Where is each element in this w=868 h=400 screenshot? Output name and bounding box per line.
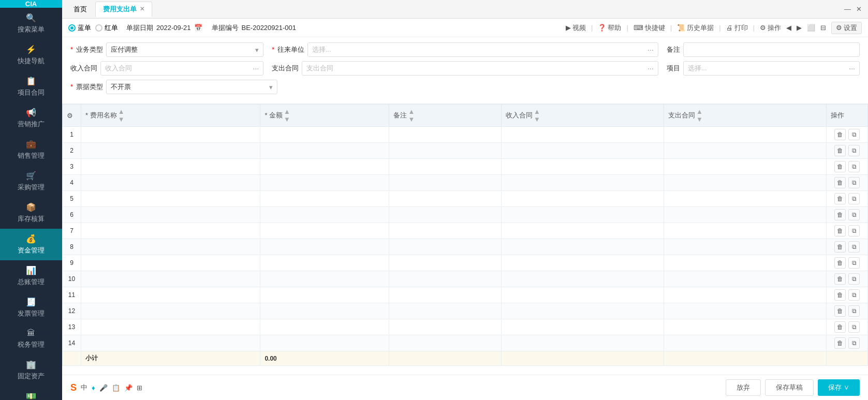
cell-expense-name[interactable]: [81, 239, 260, 255]
radio-red[interactable]: 红单: [95, 23, 118, 33]
copy-row-button[interactable]: ⧉: [848, 337, 860, 349]
settings-button[interactable]: ⚙ 设置: [831, 22, 862, 34]
footer-icon-3[interactable]: 🎤: [99, 384, 108, 392]
sidebar-item-search[interactable]: 🔍 搜索菜单: [0, 8, 62, 39]
cell-amount[interactable]: [260, 255, 389, 271]
cell-expense-contract[interactable]: [664, 287, 827, 303]
cell-expense-name[interactable]: [81, 271, 260, 287]
cell-remark[interactable]: [389, 127, 502, 143]
cell-expense-contract[interactable]: [664, 239, 827, 255]
tab-expense[interactable]: 费用支出单 ✕: [95, 2, 152, 17]
tab-home[interactable]: 首页: [66, 2, 94, 17]
cell-expense-contract[interactable]: [664, 223, 827, 239]
cell-amount[interactable]: [260, 207, 389, 223]
operations-button[interactable]: ⚙ 操作: [760, 23, 781, 33]
sort-arrows-expense[interactable]: ▲▼: [118, 108, 125, 123]
cell-remark[interactable]: [389, 271, 502, 287]
copy-row-button[interactable]: ⧉: [848, 321, 860, 333]
cell-income-contract[interactable]: [502, 287, 664, 303]
cell-remark[interactable]: [389, 159, 502, 175]
sort-arrows-remark[interactable]: ▲▼: [408, 108, 415, 123]
cell-remark[interactable]: [389, 255, 502, 271]
save-draft-button[interactable]: 保存草稿: [765, 379, 814, 396]
window-close-icon[interactable]: ✕: [854, 5, 864, 13]
cell-expense-contract[interactable]: [664, 271, 827, 287]
cell-income-contract[interactable]: [502, 319, 664, 335]
cell-expense-name[interactable]: [81, 159, 260, 175]
sidebar-item-purchase[interactable]: 🛒 采购管理: [0, 166, 62, 197]
cell-income-contract[interactable]: [502, 255, 664, 271]
invoice-type-select[interactable]: 不开票 ▾: [106, 80, 277, 94]
delete-row-button[interactable]: 🗑: [834, 129, 846, 140]
copy-row-button[interactable]: ⧉: [848, 209, 860, 220]
cell-income-contract[interactable]: [502, 303, 664, 319]
history-button[interactable]: 📜 历史单据: [677, 23, 714, 33]
income-contract-input[interactable]: 收入合同 ···: [100, 61, 263, 76]
copy-row-button[interactable]: ⧉: [848, 289, 860, 301]
sidebar-item-finance[interactable]: 💰 资金管理: [0, 229, 62, 260]
nav-left-button[interactable]: ◀: [786, 24, 791, 32]
copy-row-button[interactable]: ⧉: [848, 129, 860, 140]
copy-row-button[interactable]: ⧉: [848, 273, 860, 285]
footer-icon-5[interactable]: 📌: [124, 384, 133, 392]
delete-row-button[interactable]: 🗑: [834, 337, 846, 349]
expense-contract-input[interactable]: 支出合同 ···: [302, 61, 658, 76]
cell-expense-contract[interactable]: [664, 143, 827, 159]
cell-expense-contract[interactable]: [664, 303, 827, 319]
cell-remark[interactable]: [389, 303, 502, 319]
sidebar-item-invoice[interactable]: 🧾 发票管理: [0, 292, 62, 323]
cell-expense-name[interactable]: [81, 335, 260, 351]
copy-row-button[interactable]: ⧉: [848, 305, 860, 317]
remark-input[interactable]: [683, 42, 860, 57]
cell-amount[interactable]: [260, 223, 389, 239]
help-button[interactable]: ❓ 帮助: [598, 23, 621, 33]
cell-amount[interactable]: [260, 143, 389, 159]
copy-row-button[interactable]: ⧉: [848, 241, 860, 253]
collapse-button[interactable]: ⊟: [820, 24, 826, 32]
cell-income-contract[interactable]: [502, 143, 664, 159]
nav-right-button[interactable]: ▶: [797, 24, 802, 32]
delete-row-button[interactable]: 🗑: [834, 321, 846, 333]
cell-amount[interactable]: [260, 127, 389, 143]
cell-expense-contract[interactable]: [664, 159, 827, 175]
delete-row-button[interactable]: 🗑: [834, 145, 846, 156]
sidebar-item-accounting[interactable]: 📊 总账管理: [0, 260, 62, 292]
cell-expense-name[interactable]: [81, 191, 260, 207]
cell-amount[interactable]: [260, 271, 389, 287]
cell-expense-contract[interactable]: [664, 255, 827, 271]
footer-icon-4[interactable]: 📋: [112, 384, 120, 392]
cell-expense-name[interactable]: [81, 143, 260, 159]
save-button[interactable]: 保存 ∨: [818, 379, 860, 396]
cell-income-contract[interactable]: [502, 223, 664, 239]
delete-row-button[interactable]: 🗑: [834, 209, 846, 220]
cell-expense-contract[interactable]: [664, 191, 827, 207]
cell-income-contract[interactable]: [502, 207, 664, 223]
cell-remark[interactable]: [389, 287, 502, 303]
sort-arrows-income[interactable]: ▲▼: [534, 108, 540, 123]
delete-row-button[interactable]: 🗑: [834, 161, 846, 172]
cell-amount[interactable]: [260, 239, 389, 255]
cell-amount[interactable]: [260, 175, 389, 191]
copy-row-button[interactable]: ⧉: [848, 193, 860, 204]
print-button[interactable]: 🖨 打印: [726, 23, 748, 33]
delete-row-button[interactable]: 🗑: [834, 273, 846, 285]
cell-amount[interactable]: [260, 191, 389, 207]
cell-remark[interactable]: [389, 223, 502, 239]
cell-expense-name[interactable]: [81, 175, 260, 191]
cell-expense-contract[interactable]: [664, 319, 827, 335]
cell-amount[interactable]: [260, 303, 389, 319]
delete-row-button[interactable]: 🗑: [834, 289, 846, 301]
cell-amount[interactable]: [260, 335, 389, 351]
copy-row-button[interactable]: ⧉: [848, 225, 860, 236]
delete-row-button[interactable]: 🗑: [834, 305, 846, 317]
cell-amount[interactable]: [260, 287, 389, 303]
sidebar-item-project[interactable]: 📋 项目合同: [0, 71, 62, 102]
cell-income-contract[interactable]: [502, 239, 664, 255]
delete-row-button[interactable]: 🗑: [834, 177, 846, 188]
sidebar-item-quick-nav[interactable]: ⚡ 快捷导航: [0, 39, 62, 71]
copy-row-button[interactable]: ⧉: [848, 161, 860, 172]
cell-expense-contract[interactable]: [664, 127, 827, 143]
sidebar-item-payroll[interactable]: 💵 工资: [0, 386, 62, 400]
cell-remark[interactable]: [389, 191, 502, 207]
sidebar-item-tax[interactable]: 🏛 税务管理: [0, 323, 62, 354]
